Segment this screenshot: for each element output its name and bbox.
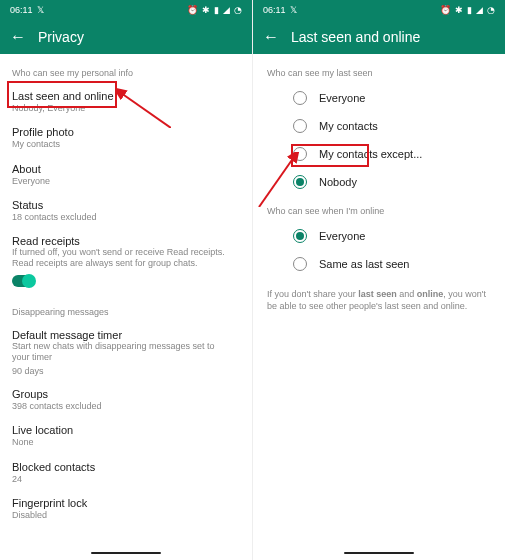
lastseen-content: Who can see my last seen Everyone My con… — [253, 54, 505, 560]
opt-online-everyone[interactable]: Everyone — [265, 222, 493, 250]
radio-icon-selected — [293, 175, 307, 189]
back-icon[interactable]: ← — [263, 28, 279, 46]
item-profile-photo[interactable]: Profile photo My contacts — [12, 120, 240, 156]
page-title: Last seen and online — [291, 29, 420, 45]
header-lastseen: ← Last seen and online — [253, 20, 505, 54]
status-time: 06:11 — [263, 5, 286, 15]
opt-nobody[interactable]: Nobody — [265, 168, 493, 196]
status-bar: 06:11 𝕏 ⏰✱▮◢◔ — [0, 0, 252, 20]
back-icon[interactable]: ← — [10, 28, 26, 46]
status-bar: 06:11 𝕏 ⏰✱▮◢◔ — [253, 0, 505, 20]
status-icons-right: ⏰✱▮◢◔ — [187, 5, 242, 15]
item-groups[interactable]: Groups 398 contacts excluded — [12, 382, 240, 418]
status-time: 06:11 — [10, 5, 33, 15]
nav-indicator — [344, 552, 414, 555]
item-read-receipts[interactable]: Read receipts If turned off, you won't s… — [12, 229, 240, 293]
item-default-timer[interactable]: Default message timer Start new chats wi… — [12, 323, 240, 383]
item-status[interactable]: Status 18 contacts excluded — [12, 193, 240, 229]
section-who-online: Who can see when I'm online — [265, 206, 493, 216]
nav-indicator — [91, 552, 161, 555]
radio-icon — [293, 91, 307, 105]
radio-icon — [293, 257, 307, 271]
item-last-seen[interactable]: Last seen and online Nobody, Everyone — [12, 84, 240, 120]
section-personal-info: Who can see my personal info — [12, 68, 240, 78]
item-blocked[interactable]: Blocked contacts 24 — [12, 455, 240, 491]
opt-online-same[interactable]: Same as last seen — [265, 250, 493, 278]
opt-contacts-except[interactable]: My contacts except... — [265, 140, 493, 168]
note-text: If you don't share your last seen and on… — [265, 288, 493, 312]
radio-icon — [293, 119, 307, 133]
privacy-screen: 06:11 𝕏 ⏰✱▮◢◔ ← Privacy Who can see my p… — [0, 0, 252, 560]
twitter-icon: 𝕏 — [37, 5, 44, 15]
radio-icon-selected — [293, 229, 307, 243]
section-who-lastseen: Who can see my last seen — [265, 68, 493, 78]
radio-icon — [293, 147, 307, 161]
twitter-icon: 𝕏 — [290, 5, 297, 15]
privacy-content: Who can see my personal info Last seen a… — [0, 54, 252, 560]
item-about[interactable]: About Everyone — [12, 157, 240, 193]
status-icons-right: ⏰✱▮◢◔ — [440, 5, 495, 15]
timer-value: 90 days — [12, 366, 44, 376]
opt-everyone[interactable]: Everyone — [265, 84, 493, 112]
item-fingerprint[interactable]: Fingerprint lock Disabled — [12, 491, 240, 527]
page-title: Privacy — [38, 29, 84, 45]
opt-contacts[interactable]: My contacts — [265, 112, 493, 140]
item-live-location[interactable]: Live location None — [12, 418, 240, 454]
section-disappearing: Disappearing messages — [12, 307, 240, 317]
header-privacy: ← Privacy — [0, 20, 252, 54]
read-receipts-toggle[interactable] — [12, 275, 34, 287]
lastseen-screen: 06:11 𝕏 ⏰✱▮◢◔ ← Last seen and online Who… — [252, 0, 505, 560]
